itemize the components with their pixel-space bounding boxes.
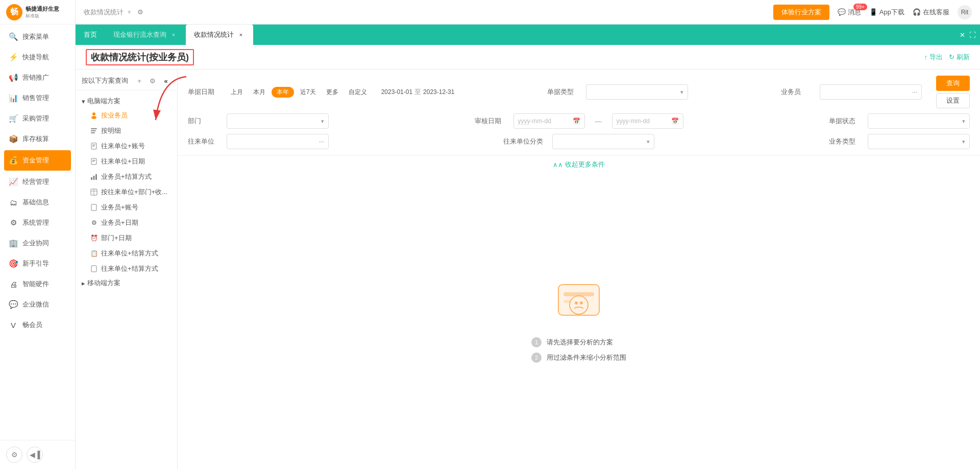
sidebar-item-system[interactable]: ⚙ 系统管理 [0, 213, 75, 233]
sidebar-item-wechat[interactable]: 💬 企业微信 [0, 294, 75, 315]
scheme-item-by-salesman[interactable]: 按业务员 [76, 108, 177, 123]
sidebar-item-finance[interactable]: 💰 资金管理 [4, 150, 71, 171]
sidebar-item-guide[interactable]: 🎯 新手引导 [0, 253, 75, 274]
left-panel: 按以下方案查询 + ⚙ « ▾ 电脑端方案 [76, 69, 178, 469]
date-from: 2023-01-01 [381, 88, 412, 96]
svg-rect-13 [95, 174, 97, 180]
date-tab-this-month[interactable]: 本月 [249, 87, 270, 98]
left-panel-header: 按以下方案查询 + ⚙ « [76, 76, 177, 90]
partner-select[interactable]: ··· [227, 134, 329, 149]
sidebar-item-search[interactable]: 🔍 搜索菜单 [0, 27, 75, 47]
message-btn[interactable]: 💬 消息 99+ [838, 8, 861, 17]
svg-point-1 [91, 116, 96, 119]
online-service-btn[interactable]: 🎧 在线客服 [913, 8, 949, 17]
desktop-scheme-group: ▾ 电脑端方案 按业务员 [76, 95, 177, 276]
doc-status-select[interactable]: ▾ [868, 113, 970, 129]
date-tab-this-year[interactable]: 本年 [272, 87, 294, 98]
chevron-up-icon: ∧∧ [553, 161, 563, 169]
sidebar-item-quicknav[interactable]: ⚡ 快捷导航 [0, 47, 75, 67]
calendar-icon: 📅 [573, 118, 580, 125]
sidebar-item-member[interactable]: V 畅会员 [0, 315, 75, 335]
svg-rect-6 [92, 145, 95, 145]
doc-type-select[interactable]: ▾ [586, 84, 688, 100]
sidebar-item-enterprise[interactable]: 🏢 企业协同 [0, 233, 75, 253]
svg-point-23 [575, 301, 578, 304]
scheme-item-unit-date[interactable]: 往来单位+日期 [76, 154, 177, 169]
sidebar-item-sales[interactable]: 📊 销售管理 [0, 88, 75, 108]
settings-button[interactable]: 设置 [936, 93, 970, 108]
empty-step-1: 1 请先选择要分析的方案 [531, 337, 626, 347]
export-btn[interactable]: ↑ 导出 [924, 53, 943, 62]
partner-class-select[interactable]: ▾ [552, 134, 654, 149]
megaphone-icon: 📢 [8, 73, 18, 83]
date-tab-more[interactable]: 更多 [322, 87, 342, 98]
tab-bank[interactable]: 现金银行流水查询 × [105, 25, 186, 45]
date-to: 2023-12-31 [423, 88, 454, 96]
dept-select[interactable]: ▾ [227, 113, 329, 129]
sidebar-item-inventory[interactable]: 📦 库存核算 [0, 129, 75, 149]
sidebar-item-purchase[interactable]: 🛒 采购管理 [0, 108, 75, 129]
scheme-item-unit-dept-receipt[interactable]: 按往来单位+部门+收... [76, 184, 177, 200]
tab-close-all[interactable]: ✕ [960, 31, 965, 39]
sidebar-item-hardware[interactable]: 🖨 智能硬件 [0, 274, 75, 294]
tab-home[interactable]: 首页 [76, 25, 105, 45]
review-date-to[interactable]: yyyy-mm-dd 📅 [612, 113, 683, 129]
doc-icon [90, 142, 98, 150]
scheme-settings-btn[interactable]: ⚙ [148, 76, 158, 86]
mobile-scheme-group: ▸ 移动端方案 [76, 276, 177, 290]
building-icon: 🏢 [8, 238, 18, 248]
folder-icon: 🗂 [8, 197, 18, 207]
scheme-item-by-detail[interactable]: 按明细 [76, 123, 177, 138]
search-icon: 🔍 [8, 32, 18, 42]
scheme-item-dept-date[interactable]: ⏰ 部门+日期 [76, 230, 177, 246]
partner-more-btn[interactable]: ··· [319, 138, 324, 145]
scheme-item-unit-account[interactable]: 往来单位+账号 [76, 138, 177, 154]
scheme-item-salesman-calc[interactable]: 业务员+结算方式 [76, 169, 177, 184]
desktop-scheme-header[interactable]: ▾ 电脑端方案 [76, 95, 177, 108]
scheme-item-unit-calc2[interactable]: 往来单位+结算方式 [76, 261, 177, 276]
app-download-btn[interactable]: 📱 App下载 [869, 8, 904, 17]
collapse-sidebar-btn[interactable]: ◀▐ [27, 447, 43, 463]
query-button[interactable]: 查询 [936, 76, 970, 91]
review-date-label: 审核日期 [475, 116, 505, 126]
scheme-item-salesman-date[interactable]: ⚙ 业务员+日期 [76, 215, 177, 230]
salesman-more-btn[interactable]: ··· [912, 88, 917, 96]
panel-container: 按以下方案查询 + ⚙ « ▾ 电脑端方案 [76, 69, 980, 469]
header-settings-icon[interactable]: ⚙ [135, 7, 145, 17]
collapse-panel-btn[interactable]: « [161, 76, 171, 86]
partner-class-arrow: ▾ [647, 138, 650, 145]
settings-bottom-btn[interactable]: ⚙ [6, 447, 22, 463]
trial-button[interactable]: 体验行业方案 [773, 5, 829, 20]
biz-type-select[interactable]: ▾ [868, 134, 970, 149]
scheme-item-unit-calc[interactable]: 📋 往来单位+结算方式 [76, 246, 177, 261]
tab-close-bank[interactable]: × [169, 31, 178, 39]
salesman-select[interactable]: ··· [820, 84, 922, 100]
collapse-bar[interactable]: ∧∧ 收起更多条件 [178, 155, 980, 173]
add-scheme-btn[interactable]: + [134, 76, 144, 86]
sidebar-item-operation[interactable]: 📈 经营管理 [0, 172, 75, 192]
review-date-from[interactable]: yyyy-mm-dd 📅 [513, 113, 585, 129]
date-tab-last-month[interactable]: 上月 [227, 87, 247, 98]
date-tab-custom[interactable]: 自定义 [345, 87, 371, 98]
date-to-separator: 至 [414, 87, 421, 97]
sidebar-item-marketing[interactable]: 📢 营销推广 [0, 67, 75, 88]
sidebar-item-basic[interactable]: 🗂 基础信息 [0, 192, 75, 213]
tab-maximize[interactable]: ⛶ [969, 31, 976, 39]
refresh-icon: ↻ [949, 53, 954, 61]
scheme-list: ▾ 电脑端方案 按业务员 [76, 90, 177, 463]
tab-receipt[interactable]: 收款情况统计 × [186, 25, 253, 45]
list-icon: 📋 [90, 249, 98, 257]
filter-row-1: 单据日期 上月 本月 本年 近7天 更多 自定义 2023-01-01 至 [188, 76, 970, 108]
tab-close-receipt[interactable]: × [237, 31, 245, 39]
scheme-item-salesman-account[interactable]: 业务员+账号 [76, 200, 177, 215]
svg-point-24 [580, 301, 583, 304]
date-tab-7days[interactable]: 近7天 [296, 87, 320, 98]
refresh-btn[interactable]: ↻ 刷新 [949, 53, 970, 62]
user-avatar[interactable]: Rit [958, 5, 972, 19]
doc-type-label: 单据类型 [547, 87, 578, 97]
gear-icon: ⚙ [8, 218, 18, 228]
empty-area: 1 请先选择要分析的方案 2 用过滤条件来缩小分析范围 [178, 173, 980, 469]
mobile-scheme-header[interactable]: ▸ 移动端方案 [76, 276, 177, 290]
page-actions: ↑ 导出 ↻ 刷新 [924, 53, 970, 62]
biz-type-label: 业务类型 [829, 137, 860, 146]
